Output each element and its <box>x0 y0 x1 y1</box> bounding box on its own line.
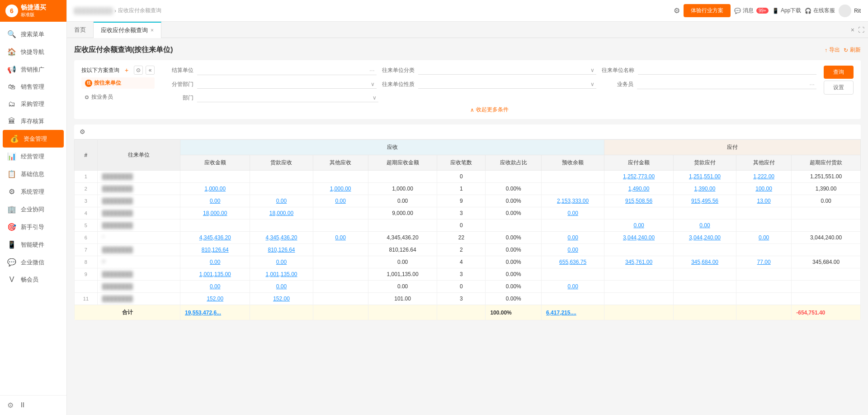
online-service-button[interactable]: 🎧 在线客服 <box>805 7 835 14</box>
th-overdue-receivable: 超期应收金额 <box>368 155 437 171</box>
receivable-ratio-cell: 0.00% <box>486 256 542 268</box>
sidebar-label-marketing: 营销推广 <box>21 66 44 74</box>
tab-home[interactable]: 首页 <box>67 22 94 38</box>
user-name: Rit <box>854 8 861 14</box>
dept-manager-chevron-icon[interactable]: ∨ <box>371 81 375 87</box>
add-scheme-btn[interactable]: + <box>122 66 131 75</box>
sidebar-item-system[interactable]: ⚙ 系统管理 <box>0 183 66 200</box>
edit-scheme-btn[interactable]: ⊙ <box>134 66 143 75</box>
receivable-amount-cell: 152.00 <box>180 293 250 305</box>
trading-nature-chevron-icon[interactable]: ∨ <box>590 81 594 87</box>
sidebar-label-inventory: 库存核算 <box>21 117 44 125</box>
row-num: 8 <box>75 256 98 268</box>
settings-bottom-icon[interactable]: ⚙ <box>7 401 14 410</box>
overdue-payable-cell <box>792 281 861 293</box>
prepaid-balance-cell: 2,153,333.00 <box>542 195 604 207</box>
collapse-scheme-btn[interactable]: « <box>146 66 155 75</box>
overdue-receivable-cell: 9,000.00 <box>368 207 437 219</box>
trading-category-input[interactable] <box>420 67 591 73</box>
settlement-unit-dots-icon[interactable]: ··· <box>369 67 375 74</box>
payable-amount-cell: 3,044,240.00 <box>604 232 674 244</box>
message-button[interactable]: 💬 消息 99+ <box>734 7 769 14</box>
collapse-filter-btn[interactable]: ∧ 收起更多条件 <box>162 106 816 114</box>
trading-unit-cell: P <box>97 256 180 268</box>
filter-trading-nature: 往来单位性质 ∨ <box>382 80 597 89</box>
tab-balance-query[interactable]: 应收应付余额查询 × <box>94 22 161 38</box>
logo-icon: 6 <box>5 5 18 17</box>
trading-category-chevron-icon[interactable]: ∨ <box>590 67 594 73</box>
trading-category-input-wrapper[interactable]: ∨ <box>418 66 597 75</box>
overdue-payable-cell <box>792 207 861 219</box>
department-input[interactable] <box>199 95 373 101</box>
sidebar-item-sales[interactable]: 🛍 销售管理 <box>0 78 66 95</box>
tab-close-icon[interactable]: × <box>151 27 154 33</box>
sidebar-item-wechat[interactable]: 💬 企业微信 <box>0 253 66 271</box>
refresh-button[interactable]: ↻ 刷新 <box>844 46 861 54</box>
sidebar-menu: 🔍 搜索菜单 🏠 快捷导航 📢 营销推广 🛍 销售管理 🗂 采购管理 🏛 库存核… <box>0 22 66 395</box>
department-label: 部门 <box>162 94 193 102</box>
sidebar-item-quicknav[interactable]: 🏠 快捷导航 <box>0 43 66 61</box>
trading-nature-input[interactable] <box>420 81 591 87</box>
sidebar-item-finance[interactable]: 💰 资金管理 <box>3 130 64 148</box>
promotion-button[interactable]: 体验行业方案 <box>684 4 731 17</box>
th-other-payable: 其他应付 <box>736 155 792 171</box>
sidebar-item-purchase[interactable]: 🗂 采购管理 <box>0 95 66 113</box>
department-chevron-icon[interactable]: ∨ <box>373 95 377 101</box>
receivable-count-cell: 0 <box>437 219 486 232</box>
close-window-icon[interactable]: × <box>851 26 854 33</box>
table-settings-icon[interactable]: ⚙ <box>80 128 85 135</box>
loan-receivable-cell: 0.00 <box>250 195 313 207</box>
salesperson-input-wrapper[interactable]: ··· <box>637 80 816 89</box>
query-button[interactable]: 查询 <box>824 66 854 79</box>
salesperson-input[interactable] <box>639 81 809 87</box>
table-scroll[interactable]: # 往来单位 应收 应付 应收金额 货款应收 其他应收 超期应收金额 应收笔数 … <box>74 139 861 320</box>
settlement-unit-input-wrapper[interactable]: ··· <box>197 66 377 75</box>
header-gear-icon[interactable]: ⚙ <box>674 6 680 15</box>
settlement-unit-input[interactable] <box>199 67 369 73</box>
sidebar-bottom: ⚙ ⏸ <box>0 395 66 415</box>
unit-scheme-icon: 往 <box>85 80 92 87</box>
trading-name-input[interactable] <box>640 67 815 73</box>
sidebar-item-member[interactable]: V 畅会员 <box>0 271 66 288</box>
setting-button[interactable]: 设置 <box>824 81 854 95</box>
overdue-receivable-cell: 4,345,436.20 <box>368 232 437 244</box>
sidebar-icon-search: 🔍 <box>7 30 16 38</box>
app-download-button[interactable]: 📱 App下载 <box>772 7 801 14</box>
sidebar-item-marketing[interactable]: 📢 营销推广 <box>0 61 66 78</box>
receivable-count-cell: 0 <box>437 281 486 293</box>
other-payable-cell: 100.00 <box>736 183 792 195</box>
sidebar-item-basic[interactable]: 📋 基础信息 <box>0 165 66 183</box>
filter-fields: 结算单位 ··· 往来单位分类 ∨ <box>162 66 816 114</box>
sidebar-item-inventory[interactable]: 🏛 库存核算 <box>0 113 66 130</box>
loan-receivable-cell <box>250 183 313 195</box>
trading-nature-input-wrapper[interactable]: ∨ <box>418 80 597 89</box>
salesperson-dots-icon[interactable]: ··· <box>809 81 815 88</box>
loan-receivable-cell: 810,126.64 <box>250 244 313 256</box>
sidebar-item-operation[interactable]: 📊 经营管理 <box>0 148 66 165</box>
fullscreen-icon[interactable]: ⛶ <box>858 26 864 33</box>
export-button[interactable]: ↑ 导出 <box>825 46 840 54</box>
collapse-icon[interactable]: ⏸ <box>19 401 26 410</box>
receivable-amount-cell: 18,000.00 <box>180 207 250 219</box>
th-receivable-amount: 应收金额 <box>180 155 250 171</box>
dept-manager-input-wrapper[interactable]: ∨ <box>197 80 377 89</box>
row-num: 1 <box>75 171 98 183</box>
scheme-option-salesperson[interactable]: 按业务员 <box>81 91 155 103</box>
active-tab-label: 应收应付余额查询 <box>101 26 148 34</box>
overdue-receivable-cell: 101.00 <box>368 293 437 305</box>
message-icon: 💬 <box>734 8 741 14</box>
user-area[interactable]: Rit <box>839 5 861 17</box>
department-input-wrapper[interactable]: ∨ <box>197 94 378 102</box>
scheme-option-unit[interactable]: 往 按往来单位 <box>81 77 155 89</box>
page-actions: ↑ 导出 ↻ 刷新 <box>825 46 861 54</box>
trading-name-input-wrapper[interactable] <box>638 66 816 75</box>
table-footer: 合计 19,553,472,6... 100.00% 6,417,215.... <box>75 305 861 320</box>
message-badge: 99+ <box>756 8 769 14</box>
sidebar-item-search[interactable]: 🔍 搜索菜单 <box>0 25 66 43</box>
dept-manager-input[interactable] <box>199 81 371 87</box>
sidebar-item-collab[interactable]: 🏢 企业协同 <box>0 200 66 218</box>
sidebar-item-guide[interactable]: 🎯 新手引导 <box>0 218 66 236</box>
sidebar-item-hardware[interactable]: 📱 智能硬件 <box>0 236 66 253</box>
th-receivable-count: 应收笔数 <box>437 155 486 171</box>
prepaid-balance-cell: 0.00 <box>542 244 604 256</box>
